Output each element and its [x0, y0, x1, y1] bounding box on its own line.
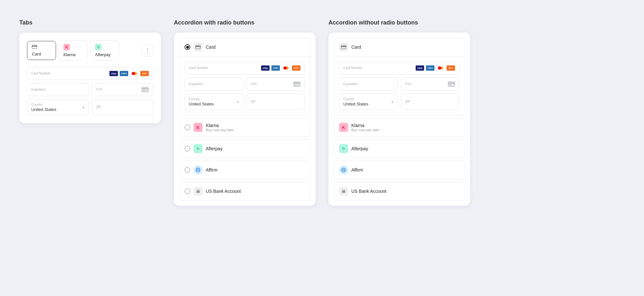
svg-rect-7: [294, 82, 300, 86]
country-value: United States: [31, 107, 82, 112]
svg-rect-13: [449, 82, 455, 86]
no-radio-klarna-header[interactable]: K Klarna Buy now pay later: [334, 118, 465, 136]
cvc-icon: [141, 87, 149, 93]
country-field[interactable]: Country United States ▾: [27, 99, 89, 115]
no-radio-affirm-label: Affirm: [351, 167, 363, 173]
card-accordion-label: Card: [206, 44, 215, 50]
accordion-radio-title: Accordion with radio buttons: [174, 19, 316, 26]
acc-country-value: United States: [189, 102, 237, 106]
klarna-radio[interactable]: [185, 124, 190, 130]
no-radio-affirm-icon: [339, 165, 348, 174]
acc-country-zip-row: Country United States ▾ ZIP: [185, 94, 305, 110]
nr-card-number-field[interactable]: Card Number VISA AMEX DISC: [339, 62, 459, 74]
acc-country-dropdown-arrow: ▾: [237, 100, 239, 104]
no-radio-card-item: Card Card Number VISA AMEX: [334, 38, 465, 115]
svg-rect-12: [341, 46, 346, 47]
no-radio-afterpay-label: Afterpay: [351, 146, 368, 151]
klarna-accordion-label: Klarna: [206, 123, 234, 128]
no-radio-affirm-item: Affirm: [334, 161, 465, 179]
svg-rect-1: [32, 46, 37, 47]
accordion-card-header[interactable]: Card: [179, 38, 310, 56]
accordion-bank-header[interactable]: 🏛 US Bank Account: [179, 182, 310, 200]
svg-rect-6: [195, 46, 201, 47]
klarna-tab-icon: K: [63, 44, 70, 50]
klarna-payment-icon: K: [194, 123, 203, 132]
accordion-afterpay-header[interactable]: ↻ Afterpay: [179, 140, 310, 158]
tab-afterpay[interactable]: ↻ Afterpay: [90, 40, 119, 61]
acc-card-number-label: Card Number: [189, 66, 261, 70]
accordion-card-item: Card Card Number VISA AMEX: [179, 38, 310, 115]
card-radio[interactable]: [185, 44, 190, 50]
accordion-afterpay-item: ↻ Afterpay: [179, 139, 310, 158]
no-radio-card-icon: [339, 43, 348, 52]
accordion-radio-card: Card Card Number VISA AMEX: [174, 33, 316, 206]
nr-expiration-label: Expiration: [343, 82, 393, 86]
more-tabs-button[interactable]: ⋮: [142, 45, 153, 56]
accordion-radio-section: Accordion with radio buttons Card Card N…: [174, 19, 316, 206]
tabs-row: Card K Klarna ↻ Afterpay ⋮: [27, 40, 153, 61]
nr-zip-field[interactable]: ZIP: [401, 94, 459, 110]
acc-expiration-field[interactable]: Expiration: [185, 78, 243, 91]
nr-cvc-label: CVC: [405, 82, 448, 86]
tab-card[interactable]: Card: [27, 41, 56, 60]
zip-field[interactable]: ZIP: [92, 99, 153, 115]
accordion-klarna-header[interactable]: K Klarna Buy now pay later: [179, 118, 310, 136]
acc-expiration-label: Expiration: [189, 82, 239, 86]
acc-visa-icon: VISA: [261, 65, 270, 71]
country-label: Country: [31, 103, 82, 106]
nr-cvc-field[interactable]: CVC: [401, 78, 459, 91]
svg-point-10: [196, 168, 200, 172]
nr-amex-icon: AMEX: [426, 65, 435, 71]
no-radio-bank-label: US Bank Account: [351, 189, 386, 194]
svg-point-16: [342, 168, 346, 172]
svg-rect-2: [142, 88, 148, 92]
tab-klarna[interactable]: K Klarna: [59, 40, 88, 61]
no-radio-klarna-sublabel: Buy now pay later: [351, 128, 379, 132]
tab-klarna-label: Klarna: [63, 52, 76, 57]
country-zip-row: Country United States ▾ ZIP: [27, 99, 153, 115]
accordion-no-radio-section: Accordion without radio buttons Card Car…: [328, 19, 470, 206]
svg-rect-11: [341, 45, 346, 49]
expiry-cvc-row: Expiration CVC: [27, 83, 153, 96]
nr-expiration-field[interactable]: Expiration: [339, 78, 398, 91]
no-radio-bank-header[interactable]: 🏛 US Bank Account: [334, 182, 465, 200]
acc-zip-label: ZIP: [251, 100, 301, 104]
acc-country-field[interactable]: Country United States ▾: [185, 94, 243, 110]
acc-cvc-label: CVC: [251, 82, 293, 86]
accordion-no-radio-title: Accordion without radio buttons: [328, 19, 470, 26]
accordion-affirm-header[interactable]: Affirm: [179, 161, 310, 179]
discover-icon: DISC: [140, 71, 149, 76]
no-radio-affirm-header[interactable]: Affirm: [334, 161, 465, 179]
expiration-field[interactable]: Expiration: [27, 83, 89, 96]
acc-card-number-field[interactable]: Card Number VISA AMEX DISC: [185, 62, 305, 74]
mastercard-icon: [130, 71, 139, 76]
card-tab-icon: [32, 44, 37, 50]
tabs-section: Tabs Card K Klarna ↻ Afterpay ⋮ Card Nu: [19, 19, 161, 123]
cvc-label: CVC: [96, 88, 141, 91]
acc-cvc-field[interactable]: CVC: [246, 78, 305, 91]
affirm-radio[interactable]: [185, 167, 190, 173]
tabs-card: Card K Klarna ↻ Afterpay ⋮ Card Number V…: [19, 33, 161, 123]
card-number-field[interactable]: Card Number VISA AMEX DISC: [27, 67, 153, 80]
acc-card-icons: VISA AMEX DISC: [261, 65, 301, 71]
expiration-label: Expiration: [31, 88, 84, 91]
amex-icon: AMEX: [119, 71, 128, 76]
no-radio-afterpay-icon: ↻: [339, 144, 348, 153]
acc-zip-field[interactable]: ZIP: [246, 94, 305, 110]
nr-country-field[interactable]: Country United States ▾: [339, 94, 398, 110]
acc-country-label: Country: [189, 97, 237, 101]
card-number-label: Card Number: [31, 72, 109, 75]
afterpay-accordion-label: Afterpay: [206, 146, 223, 151]
svg-rect-0: [32, 45, 37, 49]
bank-radio[interactable]: [185, 188, 190, 194]
no-radio-afterpay-header[interactable]: ↻ Afterpay: [334, 140, 465, 158]
no-radio-card-body: Card Number VISA AMEX DISC: [334, 56, 465, 115]
no-radio-klarna-label: Klarna: [351, 123, 379, 128]
no-radio-card-header[interactable]: Card: [334, 38, 465, 56]
afterpay-radio[interactable]: [185, 146, 190, 152]
acc-mc-icon: [281, 65, 290, 71]
tabs-section-title: Tabs: [19, 19, 161, 26]
acc-expiry-cvc-row: Expiration CVC: [185, 78, 305, 91]
nr-card-number-label: Card Number: [343, 66, 415, 70]
cvc-field[interactable]: CVC: [92, 83, 153, 96]
